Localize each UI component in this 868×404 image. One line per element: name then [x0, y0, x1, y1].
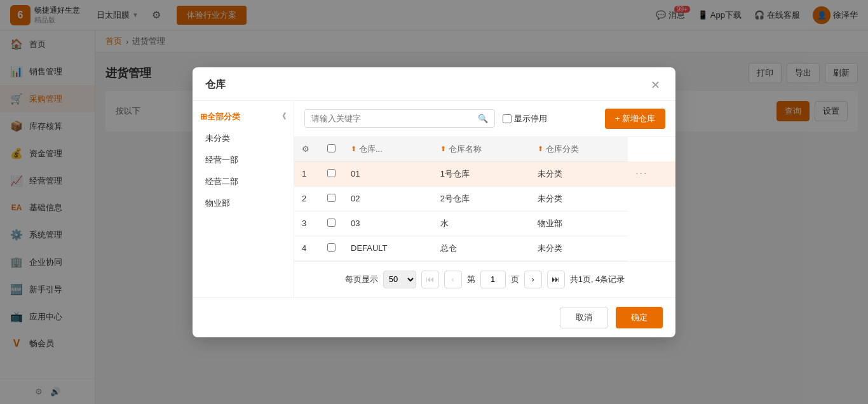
search-icon[interactable]: 🔍: [471, 110, 494, 127]
modal-footer: 取消 确定: [193, 297, 675, 337]
row-more-icon[interactable]: ···: [635, 168, 648, 178]
per-page-select[interactable]: 50 100: [383, 271, 416, 288]
row-code-2: 03: [343, 211, 433, 236]
all-categories-item[interactable]: ⊞ 全部分类 《: [193, 106, 294, 128]
collapse-icon: 《: [278, 111, 286, 122]
th-name: ⬆ 仓库名称: [433, 137, 531, 162]
table-body: 1 01 1号仓库 未分类 ··· 2 02 2号仓库 未分类 3 03 水 物…: [294, 161, 675, 260]
modal-overlay: 仓库 ✕ ⊞ 全部分类 《 未分类 经营一部 经营二部: [0, 0, 868, 404]
row-code-3: DEFAULT: [343, 236, 433, 260]
row-category-2: 物业部: [530, 211, 628, 236]
show-disabled-label[interactable]: 显示停用: [503, 113, 547, 125]
page-next-button[interactable]: ›: [524, 271, 542, 288]
select-all-checkbox[interactable]: [327, 144, 336, 152]
row-check-3[interactable]: [320, 236, 343, 260]
th-gear: ⚙: [294, 137, 320, 162]
warehouse-modal: 仓库 ✕ ⊞ 全部分类 《 未分类 经营一部 经营二部: [193, 67, 675, 337]
row-name-3: 总仓: [433, 236, 531, 260]
category-item-1[interactable]: 经营一部: [193, 149, 294, 171]
th-category: ⬆ 仓库分类: [530, 137, 628, 162]
grid-icon: ⊞: [200, 112, 207, 121]
search-input[interactable]: [305, 110, 471, 127]
row-check-0[interactable]: [320, 161, 343, 186]
modal-close-button[interactable]: ✕: [648, 77, 663, 93]
row-check-2[interactable]: [320, 211, 343, 236]
sort-icon-category: ⬆: [538, 145, 543, 153]
warehouse-table-container: ⚙ ⬆ 仓库...: [294, 137, 675, 261]
row-num-0: 1: [294, 161, 320, 186]
row-code-0: 01: [343, 161, 433, 186]
table-row[interactable]: 3 03 水 物业部: [294, 211, 675, 236]
category-item-0[interactable]: 未分类: [193, 128, 294, 149]
row-check-1[interactable]: [320, 186, 343, 211]
show-disabled-checkbox[interactable]: [503, 114, 512, 123]
category-item-2[interactable]: 经营二部: [193, 171, 294, 192]
add-warehouse-button[interactable]: + 新增仓库: [605, 109, 665, 129]
modal-title: 仓库: [205, 78, 226, 91]
sort-icon-code: ⬆: [351, 145, 356, 153]
modal-toolbar: 🔍 显示停用 + 新增仓库: [294, 101, 675, 137]
row-num-3: 4: [294, 236, 320, 260]
row-category-3: 未分类: [530, 236, 628, 260]
page-number-input[interactable]: [480, 271, 506, 288]
row-num-2: 3: [294, 211, 320, 236]
row-code-1: 02: [343, 186, 433, 211]
page-first-button[interactable]: ⏮: [421, 271, 439, 288]
modal-right-content: 🔍 显示停用 + 新增仓库 ⚙: [294, 101, 675, 297]
modal-body: ⊞ 全部分类 《 未分类 经营一部 经营二部 物业部: [193, 101, 675, 297]
row-num-1: 2: [294, 186, 320, 211]
cancel-button[interactable]: 取消: [560, 307, 608, 328]
page-prev-button[interactable]: ‹: [444, 271, 462, 288]
table-header-row: ⚙ ⬆ 仓库...: [294, 137, 675, 162]
th-check: [320, 137, 343, 162]
category-item-3[interactable]: 物业部: [193, 192, 294, 214]
sort-icon-name: ⬆: [440, 145, 446, 153]
page-last-button[interactable]: ⏭: [547, 271, 565, 288]
row-name-1: 2号仓库: [433, 186, 531, 211]
search-box: 🔍: [304, 109, 495, 128]
warehouse-table: ⚙ ⬆ 仓库...: [294, 137, 675, 261]
row-actions-0[interactable]: ···: [628, 161, 675, 186]
row-category-0: 未分类: [530, 161, 628, 186]
row-name-0: 1号仓库: [433, 161, 531, 186]
table-row[interactable]: 2 02 2号仓库 未分类: [294, 186, 675, 211]
table-row[interactable]: 1 01 1号仓库 未分类 ···: [294, 161, 675, 186]
modal-category-sidebar: ⊞ 全部分类 《 未分类 经营一部 经营二部 物业部: [193, 101, 294, 297]
modal-header: 仓库 ✕: [193, 67, 675, 101]
row-category-1: 未分类: [530, 186, 628, 211]
table-row[interactable]: 4 DEFAULT 总仓 未分类: [294, 236, 675, 260]
row-name-2: 水: [433, 211, 531, 236]
confirm-button[interactable]: 确定: [616, 307, 663, 328]
pagination: 每页显示 50 100 ⏮ ‹ 第 页 › ⏭ 共1页, 4条记录: [294, 261, 675, 297]
th-code: ⬆ 仓库...: [343, 137, 433, 162]
